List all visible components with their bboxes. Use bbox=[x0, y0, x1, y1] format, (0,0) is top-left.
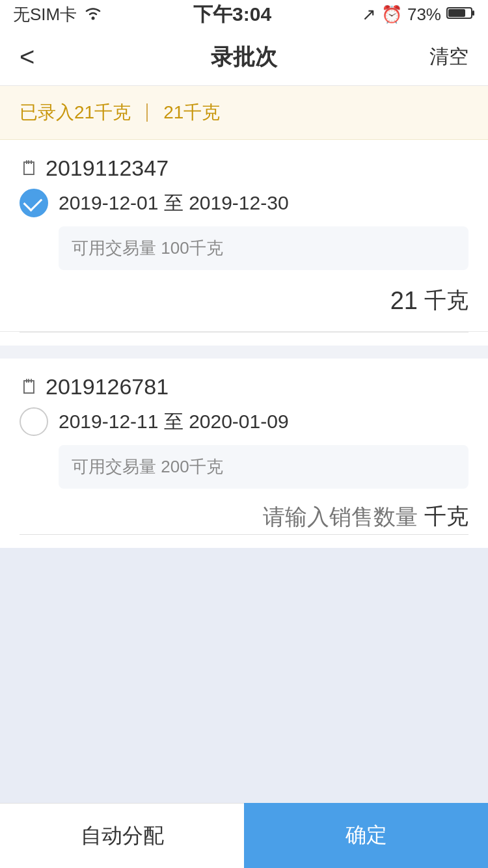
alarm-icon: ⏰ bbox=[381, 5, 402, 25]
batch-radio-1[interactable] bbox=[20, 189, 48, 217]
summary-recorded: 已录入21千克 bbox=[20, 100, 131, 125]
batch-date-1: 2019-12-01 至 2019-12-30 bbox=[59, 190, 289, 217]
batch-date-row-1: 2019-12-01 至 2019-12-30 bbox=[20, 189, 468, 217]
bottom-bar: 自动分配 确定 bbox=[0, 803, 488, 868]
batch-underline-2 bbox=[20, 534, 468, 535]
svg-point-0 bbox=[92, 16, 95, 20]
status-time: 下午3:04 bbox=[193, 1, 271, 28]
batch-radio-2[interactable] bbox=[20, 407, 48, 436]
batch-date-row-2: 2019-12-11 至 2020-01-09 bbox=[20, 407, 468, 436]
batch-item-2: 🗒 2019126781 2019-12-11 至 2020-01-09 可用交… bbox=[0, 359, 488, 489]
wifi-icon bbox=[83, 5, 103, 25]
batch-section-2: 🗒 2019126781 2019-12-11 至 2020-01-09 可用交… bbox=[0, 359, 488, 548]
batch-qty-unit-1: 千克 bbox=[424, 286, 468, 316]
available-qty-text-1: 可用交易量 100千克 bbox=[72, 238, 223, 258]
location-icon: ↗ bbox=[362, 5, 376, 25]
summary-total: 21千克 bbox=[163, 100, 220, 125]
batch-input-row-2[interactable]: 千克 bbox=[0, 489, 488, 534]
batch-underline-1 bbox=[20, 332, 468, 332]
svg-rect-3 bbox=[472, 10, 474, 16]
confirm-button[interactable]: 确定 bbox=[244, 803, 488, 868]
carrier-label: 无SIM卡 bbox=[13, 3, 77, 26]
batch-id-1: 2019112347 bbox=[46, 156, 169, 181]
auto-distribute-button[interactable]: 自动分配 bbox=[0, 803, 244, 868]
back-button[interactable]: < bbox=[20, 42, 59, 72]
svg-rect-2 bbox=[448, 9, 465, 17]
batch-section-1: 🗒 2019112347 2019-12-01 至 2019-12-30 可用交… bbox=[0, 140, 488, 346]
batch-header-1: 🗒 2019112347 bbox=[20, 156, 468, 181]
summary-divider bbox=[146, 103, 148, 122]
batch-id-2: 2019126781 bbox=[46, 374, 169, 400]
batch-available-2: 可用交易量 200千克 bbox=[59, 445, 468, 489]
battery-icon bbox=[446, 5, 475, 25]
batch-qty-value-1: 21 bbox=[390, 287, 418, 315]
batch-qty-unit-2: 千克 bbox=[424, 502, 468, 532]
page-title: 录批次 bbox=[211, 42, 277, 72]
battery-label: 73% bbox=[407, 5, 441, 25]
clear-button[interactable]: 清空 bbox=[429, 44, 468, 70]
batch-qty-input-2[interactable] bbox=[223, 504, 418, 530]
nav-bar: < 录批次 清空 bbox=[0, 29, 488, 86]
status-right: ↗ ⏰ 73% bbox=[362, 5, 475, 25]
status-bar: 无SIM卡 下午3:04 ↗ ⏰ 73% bbox=[0, 0, 488, 29]
status-left: 无SIM卡 bbox=[13, 3, 103, 26]
batch-icon-2: 🗒 bbox=[20, 376, 39, 398]
batch-date-2: 2019-12-11 至 2020-01-09 bbox=[59, 409, 289, 435]
batch-available-1: 可用交易量 100千克 bbox=[59, 226, 468, 270]
batch-input-row-1: 21 千克 bbox=[0, 270, 488, 332]
batch-header-2: 🗒 2019126781 bbox=[20, 374, 468, 400]
batch-icon-1: 🗒 bbox=[20, 157, 39, 180]
available-qty-text-2: 可用交易量 200千克 bbox=[72, 457, 223, 476]
section-gap-1 bbox=[0, 346, 488, 359]
batch-item-1: 🗒 2019112347 2019-12-01 至 2019-12-30 可用交… bbox=[0, 140, 488, 270]
summary-bar: 已录入21千克 21千克 bbox=[0, 86, 488, 140]
